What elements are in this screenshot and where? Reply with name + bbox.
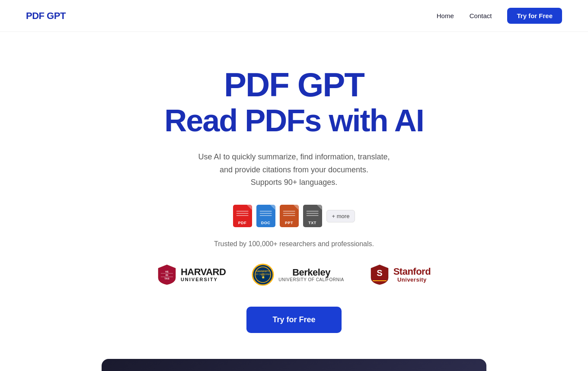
nav-try-free-button[interactable]: Try for Free bbox=[507, 8, 562, 24]
hero-title-line1: PDF GPT bbox=[224, 67, 364, 104]
file-icon-ppt: PPT bbox=[280, 205, 299, 227]
file-icon-txt: TXT bbox=[303, 205, 322, 227]
svg-text:S: S bbox=[377, 268, 382, 278]
trusted-text: Trusted by 100,000+ researchers and prof… bbox=[214, 240, 374, 248]
nav-contact[interactable]: Contact bbox=[470, 12, 492, 19]
harvard-text: HARVARD UNIVERSITY bbox=[181, 267, 226, 282]
file-type-icons: PDF DOC PPT TXT + mo bbox=[233, 205, 355, 227]
harvard-shield-icon: VE RI TAS bbox=[157, 264, 176, 285]
stanford-logo: S Stanford University bbox=[370, 264, 431, 285]
hero-section: PDF GPT Read PDFs with AI Use AI to quic… bbox=[0, 32, 588, 371]
nav-links: Home Contact Try for Free bbox=[437, 8, 562, 24]
brand-logo[interactable]: PDF GPT bbox=[26, 10, 66, 22]
file-icon-doc: DOC bbox=[256, 205, 275, 227]
svg-text:RI: RI bbox=[166, 274, 168, 276]
file-icon-pdf: PDF bbox=[233, 205, 252, 227]
svg-text:TAS: TAS bbox=[164, 277, 169, 280]
berkeley-text: Berkeley UNIVERSITY OF CALIFORNIA bbox=[278, 268, 344, 282]
navbar: PDF GPT Home Contact Try for Free bbox=[0, 0, 588, 32]
hero-try-free-button[interactable]: Try for Free bbox=[246, 307, 341, 333]
svg-text:VE: VE bbox=[165, 270, 169, 273]
hero-description: Use AI to quickly summarize, find inform… bbox=[198, 151, 390, 189]
stanford-text: Stanford University bbox=[393, 267, 431, 283]
hero-title-line2: Read PDFs with AI bbox=[164, 104, 423, 138]
svg-rect-12 bbox=[373, 280, 387, 281]
harvard-logo: VE RI TAS HARVARD UNIVERSITY bbox=[157, 264, 226, 285]
more-file-types-badge: + more bbox=[326, 210, 355, 222]
berkeley-seal-icon: UNIVERSITY OF CALIFORNIA ⭐ bbox=[252, 263, 274, 286]
university-logos: VE RI TAS HARVARD UNIVERSITY UNIVERSITY … bbox=[157, 263, 431, 286]
stanford-shield-icon: S bbox=[370, 264, 389, 285]
svg-text:UNIVERSITY: UNIVERSITY bbox=[256, 270, 270, 273]
berkeley-logo: UNIVERSITY OF CALIFORNIA ⭐ Berkeley UNIV… bbox=[252, 263, 344, 286]
demo-video-area bbox=[102, 359, 486, 371]
nav-home[interactable]: Home bbox=[437, 12, 454, 19]
svg-point-10 bbox=[261, 273, 265, 276]
